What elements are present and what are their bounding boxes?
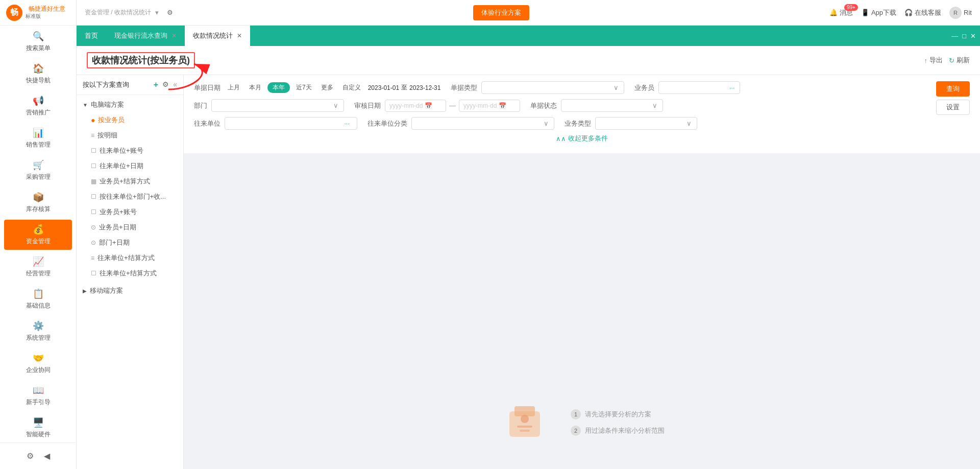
content-area: 按以下方案查询 + ⚙ « ▼ 电脑端方案 — [77, 75, 980, 469]
date-btn-last-month[interactable]: 上月 — [225, 82, 243, 93]
counterpart-category-filter: 往来单位分类 ∨ — [368, 117, 554, 130]
tab-bank-close[interactable]: ✕ — [172, 32, 177, 39]
dept-date-icon: ⊙ — [91, 239, 96, 246]
top-settings-icon[interactable]: ⚙ — [167, 9, 173, 16]
notification-badge: 99+ — [844, 4, 858, 11]
sidebar-settings-icon[interactable]: ⚙ — [27, 451, 34, 461]
main-content: 资金管理 / 收款情况统计 ▾ ⚙ 体验行业方案 🔔 消息 99+ 📱 App下… — [77, 0, 980, 469]
scheme-item-salesperson-account[interactable]: ☐ 业务员+账号 — [77, 204, 183, 220]
sidebar-item-inventory[interactable]: 📦 库存核算 — [0, 186, 76, 219]
counterpart-category-select[interactable]: ∨ — [411, 117, 554, 130]
tab-bank[interactable]: 现金银行流水查询 ✕ — [106, 26, 185, 46]
salesperson-settlement-icon: ▦ — [91, 178, 96, 185]
tab-collection-close[interactable]: ✕ — [237, 32, 242, 39]
date-btn-7days[interactable]: 近7天 — [293, 82, 315, 93]
scheme-item-salesperson-date[interactable]: ⊙ 业务员+日期 — [77, 220, 183, 235]
basic-icon: 📋 — [33, 288, 44, 299]
scheme-item-dept-date[interactable]: ⊙ 部门+日期 — [77, 235, 183, 250]
app-download-area[interactable]: 📱 App下载 — [861, 8, 896, 17]
voucher-type-select[interactable]: ∨ — [481, 81, 624, 94]
review-date-separator: — — [449, 102, 456, 109]
sidebar-item-operation[interactable]: 📈 经营管理 — [0, 251, 76, 283]
top-bar: 资金管理 / 收款情况统计 ▾ ⚙ 体验行业方案 🔔 消息 99+ 📱 App下… — [77, 0, 980, 26]
sidebar-item-finance[interactable]: 💰 资金管理 — [4, 220, 72, 250]
sidebar: 畅 畅捷通好生意 标准版 🔍 搜索菜单 🏠 快捷导航 📢 营销推广 📊 — [0, 0, 77, 469]
scheme-item-by-salesperson[interactable]: ● 按业务员 — [77, 112, 183, 128]
sidebar-item-search[interactable]: 🔍 搜索菜单 — [0, 26, 76, 58]
sidebar-collapse-icon[interactable]: ◀ — [44, 451, 50, 461]
scheme-item-counterpart-account[interactable]: ☐ 往来单位+账号 — [77, 143, 183, 158]
refresh-button[interactable]: ↻ 刷新 — [949, 56, 970, 65]
collapse-up-icon: ∧∧ — [556, 135, 566, 143]
hardware-icon: 🖥️ — [33, 417, 44, 428]
sidebar-item-guide[interactable]: 📖 新手引导 — [0, 380, 76, 412]
sidebar-item-hardware[interactable]: 🖥️ 智能硬件 — [0, 412, 76, 442]
salesperson-date-icon: ⊙ — [91, 224, 96, 231]
date-btn-this-month[interactable]: 本月 — [246, 82, 264, 93]
salesperson-select[interactable]: ··· — [658, 81, 740, 94]
sidebar-item-system[interactable]: ⚙️ 系统管理 — [0, 315, 76, 347]
sidebar-item-sales[interactable]: 📊 销售管理 — [0, 122, 76, 154]
page-content: 收款情况统计(按业务员) ↑ 导出 ↻ 刷新 — [77, 46, 980, 469]
review-date-calendar-icon1[interactable]: 📅 — [425, 102, 432, 109]
scheme-item-counterpart-settlement2[interactable]: ☐ 往来单位+结算方式 — [77, 266, 183, 281]
pc-group-header[interactable]: ▼ 电脑端方案 — [77, 97, 183, 112]
tab-home[interactable]: 首页 — [77, 26, 106, 46]
review-date-start[interactable]: yyyy-mm-dd 📅 — [385, 100, 446, 112]
settings-button[interactable]: 设置 — [936, 100, 970, 115]
window-close-icon[interactable]: ✕ — [970, 32, 976, 40]
user-area[interactable]: R Rit — [949, 7, 972, 19]
scheme-item-by-detail[interactable]: ≡ 按明细 — [77, 128, 183, 143]
online-service-area[interactable]: 🎧 在线客服 — [904, 8, 941, 17]
sidebar-item-purchase[interactable]: 🛒 采购管理 — [0, 154, 76, 186]
window-minimize-icon[interactable]: — — [951, 32, 958, 40]
scheme-item-salesperson-settlement[interactable]: ▦ 业务员+结算方式 — [77, 174, 183, 189]
date-btn-this-year[interactable]: 本年 — [267, 82, 290, 93]
mobile-group-header[interactable]: ▶ 移动端方案 — [77, 283, 183, 298]
review-date-end[interactable]: yyyy-mm-dd 📅 — [459, 100, 520, 112]
scheme-settings-icon[interactable]: ⚙ — [162, 80, 169, 89]
scheme-item-by-counterpart-dept[interactable]: ☐ 按往来单位+部门+收... — [77, 189, 183, 204]
breadcrumb-dropdown-icon[interactable]: ▾ — [155, 9, 159, 16]
empty-tip-1: 1 请先选择要分析的方案 — [571, 409, 665, 419]
panel-collapse-icon[interactable]: « — [173, 80, 177, 89]
counterpart-select[interactable]: ··· — [225, 117, 357, 130]
scheme-item-counterpart-settlement1[interactable]: ≡ 往来单位+结算方式 — [77, 250, 183, 266]
counterpart-dots[interactable]: ··· — [344, 120, 350, 127]
export-icon: ↑ — [924, 57, 928, 64]
query-button[interactable]: 查询 — [936, 81, 970, 97]
date-btn-custom[interactable]: 自定义 — [339, 82, 364, 93]
dept-select[interactable]: ∨ — [211, 99, 344, 112]
trial-button[interactable]: 体验行业方案 — [473, 5, 529, 20]
search-icon: 🔍 — [33, 31, 44, 42]
sidebar-item-marketing[interactable]: 📢 营销推广 — [0, 90, 76, 122]
counterpart-label: 往来单位 — [194, 119, 220, 128]
empty-illustration — [499, 396, 550, 449]
collapse-bar[interactable]: ∧∧ 收起更多条件 — [194, 130, 970, 147]
add-scheme-icon[interactable]: + — [154, 80, 158, 89]
tab-collection[interactable]: 收款情况统计 ✕ — [185, 26, 250, 46]
sidebar-item-enterprise[interactable]: 🤝 企业协同 — [0, 347, 76, 380]
group-expand-arrow: ▼ — [83, 102, 88, 108]
voucher-status-filter: 单据状态 ∨ — [530, 99, 663, 112]
sidebar-item-quicknav[interactable]: 🏠 快捷导航 — [0, 58, 76, 90]
review-date-calendar-icon2[interactable]: 📅 — [499, 102, 506, 109]
mobile-scheme-group: ▶ 移动端方案 — [77, 283, 183, 298]
export-button[interactable]: ↑ 导出 — [924, 56, 943, 65]
scheme-item-counterpart-date[interactable]: ☐ 往来单位+日期 — [77, 158, 183, 174]
notification-area[interactable]: 🔔 消息 99+ — [829, 8, 853, 17]
tip-text-1: 请先选择要分析的方案 — [585, 410, 651, 419]
refresh-icon: ↻ — [949, 57, 954, 64]
date-btn-more[interactable]: 更多 — [318, 82, 336, 93]
cs2-icon: ☐ — [91, 270, 96, 277]
left-panel-actions: + ⚙ « — [154, 80, 177, 89]
review-date-end-placeholder: yyyy-mm-dd — [463, 102, 497, 109]
dept-filter: 部门 ∨ — [194, 99, 344, 112]
sidebar-item-basic[interactable]: 📋 基础信息 — [0, 283, 76, 315]
guide-icon: 📖 — [33, 385, 44, 396]
window-maximize-icon[interactable]: □ — [962, 32, 966, 40]
voucher-status-select[interactable]: ∨ — [561, 99, 663, 112]
date-filter: 单据日期 上月 本月 本年 近7天 更多 自定义 — [194, 82, 440, 93]
mobile-group-arrow: ▶ — [83, 288, 87, 294]
biz-type-select[interactable]: ∨ — [595, 117, 697, 130]
